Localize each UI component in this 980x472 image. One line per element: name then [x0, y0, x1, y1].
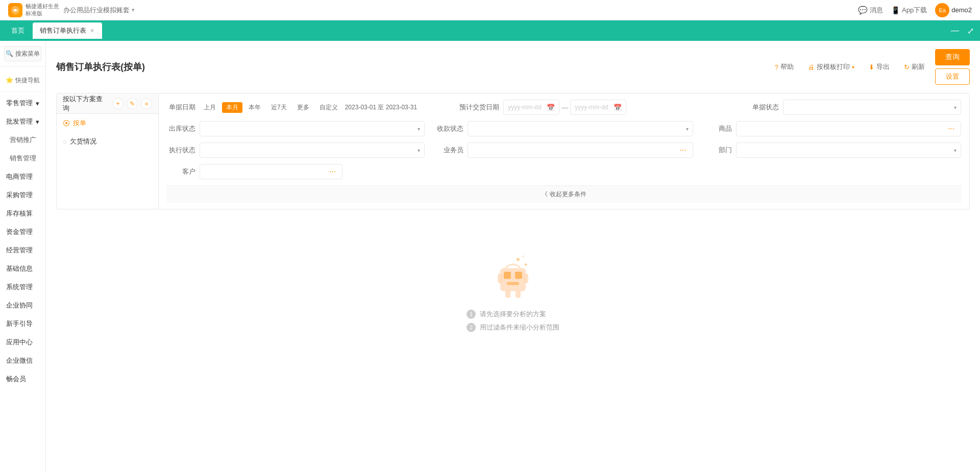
date-tab-this-year[interactable]: 本年: [244, 102, 265, 113]
sidebar-quick-nav-section: ⭐ 快捷导航: [0, 67, 45, 92]
svg-point-9: [517, 258, 520, 261]
inactive-scheme-icon: ○: [63, 137, 67, 146]
page-title: 销售订单执行表(按单): [56, 61, 145, 73]
window-max-icon[interactable]: ⤢: [965, 24, 976, 38]
filter-scheme-panel: 按以下方案查询 + ✎ « ⦿ 按单 ○ 欠货情况: [57, 93, 159, 209]
svg-rect-7: [505, 290, 510, 298]
sidebar-item-newuser[interactable]: 新手引导: [0, 315, 45, 333]
delivery-status-select[interactable]: [200, 121, 425, 136]
sidebar-item-retail[interactable]: 零售管理: [0, 94, 45, 112]
message-icon: 💬: [858, 6, 868, 15]
search-icon: 🔍: [6, 50, 13, 57]
sidebar-item-marketing[interactable]: 营销推广: [0, 131, 45, 149]
svg-point-10: [525, 264, 527, 266]
scheme-item-debit-status[interactable]: ○ 欠货情况: [57, 132, 158, 151]
date-tab-more[interactable]: 更多: [293, 102, 313, 113]
filter-field-expected-date: 预计交货日期 yyyy-mm-dd 📅 — yyyy-mm-dd 📅: [458, 100, 740, 115]
filter-field-dept: 部门: [703, 143, 961, 158]
sidebar-item-inventory[interactable]: 库存核算: [0, 204, 45, 223]
sidebar-item-corpwechat[interactable]: 企业微信: [0, 351, 45, 370]
edit-scheme-button[interactable]: ✎: [127, 98, 138, 109]
header-right: 💬 消息 📱 App下载 Ea demo2: [858, 3, 972, 17]
sidebar-item-member[interactable]: 畅会员: [0, 370, 45, 388]
user-menu[interactable]: Ea demo2: [935, 3, 972, 17]
nav-tabs: 首页 销售订单执行表 × — ⤢: [0, 20, 980, 41]
goods-dots-icon[interactable]: ···: [946, 124, 957, 133]
app-download-button[interactable]: 📱 App下载: [891, 6, 927, 15]
empty-tips: 1 请先选择要分析的方案 2 用过滤条件来缩小分析范围: [467, 310, 559, 332]
tab-sales-order-exec[interactable]: 销售订单执行表 ×: [33, 22, 102, 39]
svg-rect-5: [498, 273, 503, 284]
sidebar-item-operations[interactable]: 经营管理: [0, 241, 45, 259]
retail-chevron-icon: [36, 100, 39, 107]
export-button[interactable]: ⬇ 导出: [865, 60, 894, 74]
print-icon: 🖨: [808, 63, 815, 71]
wholesale-chevron-icon: [36, 118, 39, 126]
sidebar-item-purchase[interactable]: 采购管理: [0, 186, 45, 204]
customer-select[interactable]: ···: [200, 164, 342, 179]
calendar-icon: 📅: [547, 104, 555, 111]
sidebar-item-system[interactable]: 系统管理: [0, 278, 45, 296]
date-tab-this-month[interactable]: 本月: [222, 102, 242, 113]
sidebar-item-sales[interactable]: 销售管理: [0, 149, 45, 168]
tab-home[interactable]: 首页: [4, 22, 32, 39]
exec-status-select[interactable]: [200, 143, 425, 158]
print-arrow-icon: ▾: [852, 64, 854, 70]
app-logo: [8, 3, 22, 17]
tab-close-icon[interactable]: ×: [89, 26, 95, 35]
doc-status-arrow-icon: [954, 105, 957, 110]
payment-status-select[interactable]: [468, 121, 693, 136]
tip-1-number: 1: [467, 310, 476, 319]
scheme-item-press-order[interactable]: ⦿ 按单: [57, 114, 158, 132]
filter-field-date: 单据日期 上月 本月 本年 近7天 更多 自定义 20: [167, 102, 448, 113]
goods-select[interactable]: ···: [736, 121, 961, 136]
svg-rect-3: [515, 272, 522, 279]
sidebar: 🔍 搜索菜单 ⭐ 快捷导航 零售管理 批发管理 营销推广 销售管理: [0, 41, 46, 472]
date-tab-7days[interactable]: 近7天: [267, 102, 291, 113]
dept-select[interactable]: [736, 143, 961, 158]
sidebar-item-finance[interactable]: 资金管理: [0, 223, 45, 241]
setting-button[interactable]: 设置: [935, 68, 970, 85]
empty-state: 1 请先选择要分析的方案 2 用过滤条件来缩小分析范围: [56, 209, 970, 373]
message-button[interactable]: 💬 消息: [858, 6, 883, 15]
empty-tip-1: 1 请先选择要分析的方案: [467, 310, 559, 319]
collapse-scheme-button[interactable]: «: [141, 98, 152, 109]
window-min-icon[interactable]: —: [949, 24, 961, 37]
page-title-bar: 销售订单执行表(按单) ? 帮助 🖨 按模板打印 ▾ ⬇ 导出: [56, 49, 970, 85]
filter-field-salesperson: 业务员 ···: [435, 143, 693, 158]
query-button[interactable]: 查询: [935, 49, 970, 65]
sidebar-item-quick-nav[interactable]: ⭐ 快捷导航: [0, 71, 45, 89]
add-scheme-button[interactable]: +: [112, 98, 124, 109]
top-header: 畅捷通好生意 标准版 办公用品行业模拟账套 ▾ 💬 消息 📱 App下载 Ea …: [0, 0, 980, 20]
sidebar-item-appcenter[interactable]: 应用中心: [0, 333, 45, 351]
filter-field-exec-status: 执行状态: [167, 143, 425, 158]
expected-date-end[interactable]: yyyy-mm-dd 📅: [570, 100, 626, 115]
sidebar-item-basics[interactable]: 基础信息: [0, 259, 45, 278]
export-icon: ⬇: [869, 63, 874, 71]
calendar-end-icon: 📅: [614, 104, 622, 111]
date-tab-custom[interactable]: 自定义: [315, 102, 342, 113]
sidebar-item-wholesale[interactable]: 批发管理: [0, 112, 45, 131]
expected-date-start[interactable]: yyyy-mm-dd 📅: [503, 100, 559, 115]
salesperson-select[interactable]: ···: [468, 143, 693, 158]
template-print-button[interactable]: 🖨 按模板打印 ▾: [804, 60, 859, 74]
nav-tabs-right: — ⤢: [949, 24, 976, 38]
search-menu-button[interactable]: 🔍 搜索菜单: [4, 46, 41, 61]
sidebar-item-enterprise[interactable]: 企业协同: [0, 296, 45, 315]
salesperson-dots-icon[interactable]: ···: [677, 146, 688, 155]
filter-scheme-header: 按以下方案查询 + ✎ «: [57, 93, 158, 114]
help-button[interactable]: ? 帮助: [771, 60, 798, 74]
customer-dots-icon[interactable]: ···: [327, 167, 338, 176]
filter-row-4: 客户 ···: [167, 164, 961, 179]
breadcrumb[interactable]: 办公用品行业模拟账套 ▾: [63, 6, 135, 15]
doc-status-select[interactable]: [783, 100, 961, 115]
sidebar-item-ecommerce[interactable]: 电商管理: [0, 168, 45, 186]
filter-field-delivery: 出库状态: [167, 121, 425, 136]
svg-rect-6: [523, 273, 528, 284]
collapse-filter-button[interactable]: 《 收起更多条件: [167, 185, 961, 203]
help-icon: ?: [775, 63, 778, 71]
date-tab-last-month[interactable]: 上月: [200, 102, 220, 113]
refresh-button[interactable]: ↻ 刷新: [900, 60, 929, 74]
refresh-icon: ↻: [904, 63, 910, 71]
payment-arrow-icon: [686, 126, 689, 132]
